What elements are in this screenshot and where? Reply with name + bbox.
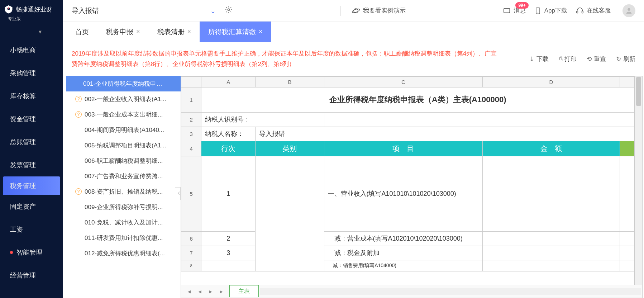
tab-1[interactable]: 税务申报× <box>97 22 149 42</box>
sheet-footer: ◄◄►► 主表 <box>181 285 642 298</box>
sidebar: 畅捷通好业财 专业版 ▾ 小畅电商采购管理库存核算资金管理总账管理发票管理税务管… <box>0 0 63 298</box>
tree-item-8[interactable]: 009-企业所得税弥补亏损明... <box>66 199 181 215</box>
tree-item-5[interactable]: 006-职工薪酬纳税调整明细... <box>66 153 181 169</box>
tree-item-9[interactable]: 010-免税、减计收入及加计... <box>66 215 181 230</box>
row-header-3[interactable]: 3 <box>181 127 201 141</box>
col-header-a[interactable]: A <box>201 76 256 87</box>
tree-item-4[interactable]: 005-纳税调整项目明细表(A1... <box>66 138 181 153</box>
cell-r6-item[interactable]: 减：营业成本(填写A102010\102020\103000) <box>324 231 483 246</box>
sheet-title[interactable]: 企业所得税年度纳税申报表（A类）主表(A100000) <box>201 87 634 112</box>
print-icon: ⎙ <box>559 56 562 63</box>
cell-r5-num[interactable]: 1 <box>201 156 256 231</box>
sidebar-item-5[interactable]: 发票管理 <box>0 153 63 176</box>
edition-label: 专业版 <box>0 16 63 25</box>
messages-link[interactable]: 消息 99+ <box>503 6 526 15</box>
sidebar-item-9[interactable]: 智能管理 <box>0 241 63 264</box>
close-icon[interactable]: × <box>259 28 263 36</box>
brand-icon <box>4 4 14 14</box>
app-download-link[interactable]: App下载 <box>534 6 567 15</box>
cell-category[interactable] <box>256 156 324 271</box>
demo-link[interactable]: 我要看实例演示 <box>352 6 406 15</box>
tree-item-11[interactable]: 012-减免所得税优惠明细表(... <box>66 246 181 261</box>
row-header-6[interactable]: 6 <box>181 231 201 246</box>
cell-r6-num[interactable]: 2 <box>201 231 256 246</box>
grid-corner[interactable] <box>181 76 201 87</box>
horizontal-scrollbar[interactable] <box>260 288 641 295</box>
tree-item-3[interactable]: 004-期间费用明细表(A1040... <box>66 122 181 138</box>
taxpayer-name-label[interactable]: 纳税人名称： <box>201 127 256 141</box>
svg-point-1 <box>228 9 230 11</box>
sheet-tab[interactable]: 主表 <box>229 285 259 297</box>
user-icon <box>625 7 633 15</box>
svg-point-8 <box>628 8 630 10</box>
col-amount[interactable]: 金 额 <box>483 141 620 156</box>
chevron-down-icon[interactable]: ⌄ <box>210 6 216 15</box>
collapse-tree-button[interactable]: 《 <box>175 187 181 200</box>
sidebar-item-6[interactable]: 税务管理 <box>3 176 60 195</box>
tab-bar: 首页税务申报×税表清册×所得税汇算清缴× <box>63 22 644 42</box>
col-header-b[interactable]: B <box>256 76 324 87</box>
cell-r7-item[interactable]: 减：税金及附加 <box>324 246 483 260</box>
gear-icon[interactable] <box>225 6 233 15</box>
question-icon: ? <box>75 188 82 195</box>
toolbar: 2019年度涉及取以前年度结转数据的申报表单元格需要手工维护正确，才能保证本年及… <box>63 42 644 76</box>
sheet-nav[interactable]: ◄◄►► <box>181 289 229 294</box>
cell-r7-num[interactable]: 3 <box>201 246 256 260</box>
row-header-1[interactable]: 1 <box>181 87 201 112</box>
planet-icon <box>352 6 360 15</box>
cell-r8-item[interactable]: 减：销售费用(填写A104000) <box>324 260 483 271</box>
sidebar-item-4[interactable]: 总账管理 <box>0 131 63 153</box>
headset-icon <box>576 7 584 15</box>
sidebar-item-7[interactable]: 固定资产 <box>0 195 63 218</box>
col-rownum[interactable]: 行次 <box>201 141 256 156</box>
header-bar: 导入报错 ⌄ 我要看实例演示 消息 99+ App下载 在线客服 <box>63 0 644 22</box>
sidebar-item-10[interactable]: 经营管理 <box>0 264 63 287</box>
sidebar-item-3[interactable]: 资金管理 <box>0 108 63 131</box>
page-title-wrap: 导入报错 ⌄ <box>72 6 233 15</box>
row-header-7[interactable]: 7 <box>181 246 201 260</box>
reset-button[interactable]: ⟲重置 <box>587 55 606 63</box>
sidebar-item-0[interactable]: 小畅电商 <box>0 39 63 62</box>
tab-3[interactable]: 所得税汇算清缴× <box>200 22 271 42</box>
tree-item-10[interactable]: 011-研发费用加计扣除优惠... <box>66 230 181 246</box>
warning-text: 2019年度涉及取以前年度结转数据的申报表单元格需要手工维护正确，才能保证本年及… <box>72 49 502 70</box>
refresh-icon: ↻ <box>616 55 621 63</box>
taxpayer-id-value[interactable] <box>324 112 634 127</box>
row-header-4[interactable]: 4 <box>181 141 201 156</box>
tab-2[interactable]: 税表清册× <box>149 22 200 42</box>
cell-r5-item[interactable]: 一、营业收入(填写A101010\101020\103000) <box>324 156 483 231</box>
print-button[interactable]: ⎙打印 <box>559 55 577 63</box>
sidebar-item-8[interactable]: 工资 <box>0 218 63 241</box>
row-header-2[interactable]: 2 <box>181 112 201 127</box>
svg-rect-6 <box>577 11 578 13</box>
vertical-scrollbar[interactable] <box>634 76 642 285</box>
taxpayer-id-label[interactable]: 纳税人识别号： <box>201 112 324 127</box>
cell-r5-amount[interactable] <box>483 156 620 231</box>
refresh-button[interactable]: ↻刷新 <box>616 55 635 63</box>
svg-rect-7 <box>582 11 583 13</box>
download-button[interactable]: ⤓下载 <box>529 55 549 63</box>
col-category[interactable]: 类别 <box>256 141 324 156</box>
tree-item-0[interactable]: 001-企业所得税年度纳税申… <box>66 76 181 91</box>
tree-item-6[interactable]: 007-广告费和业务宣传费跨... <box>66 169 181 184</box>
col-item[interactable]: 项 目 <box>324 141 483 156</box>
col-header-c[interactable]: C <box>324 76 483 87</box>
reset-icon: ⟲ <box>587 55 592 63</box>
user-avatar[interactable] <box>622 4 635 17</box>
taxpayer-name-value[interactable]: 导入报错 <box>256 127 634 141</box>
sidebar-item-2[interactable]: 库存核算 <box>0 85 63 108</box>
sidebar-item-truncated[interactable]: ▾ <box>0 25 63 39</box>
col-header-d[interactable]: D <box>483 76 620 87</box>
tab-0[interactable]: 首页 <box>67 22 97 42</box>
row-header-5[interactable]: 5 <box>181 156 201 231</box>
brand-logo: 畅捷通好业财 <box>0 0 63 16</box>
close-icon[interactable]: × <box>187 28 191 36</box>
sidebar-item-1[interactable]: 采购管理 <box>0 62 63 85</box>
tree-item-2[interactable]: ?003-一般企业成本支出明细... <box>66 107 181 122</box>
close-icon[interactable]: × <box>136 28 140 36</box>
spreadsheet-grid[interactable]: A B C D 1 企业所得税年度纳税申报表（A类）主表(A100000) 2 … <box>181 76 634 271</box>
page-title: 导入报错 <box>72 6 99 15</box>
tree-item-1[interactable]: ?002-一般企业收入明细表(A1... <box>66 91 181 107</box>
support-link[interactable]: 在线客服 <box>576 6 611 15</box>
tree-item-7[interactable]: ?008-资产折旧、摊销及纳税... <box>66 184 181 199</box>
